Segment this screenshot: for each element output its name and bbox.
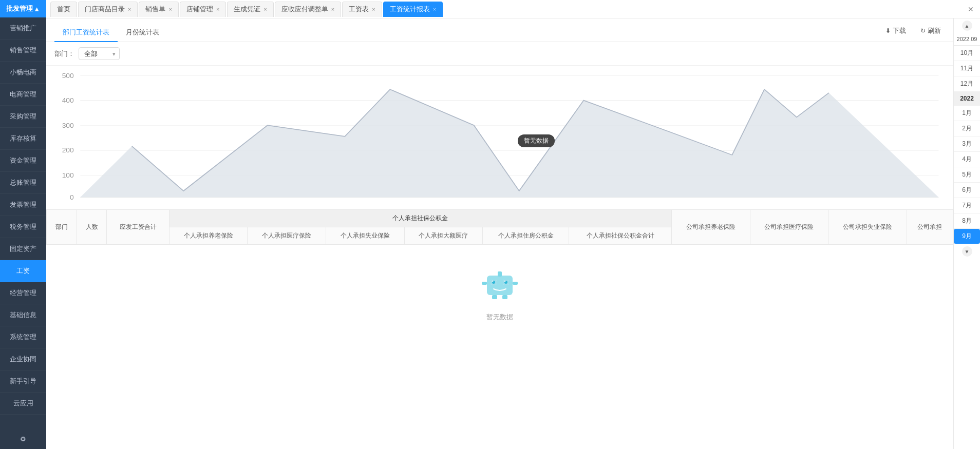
col-total-wage: 应发工资合计 xyxy=(107,210,169,245)
date-item-6月[interactable]: 6月 xyxy=(954,183,980,198)
tab-应收应付调整单[interactable]: 应收应付调整单× xyxy=(275,2,341,17)
tab-label: 应收应付调整单 xyxy=(281,5,328,14)
sidebar-item-小畅电商[interactable]: 小畅电商 xyxy=(0,62,46,84)
date-item-2022[interactable]: 2022 xyxy=(954,92,980,106)
sub-tab-部门工资统计表[interactable]: 部门工资统计表 xyxy=(54,24,118,42)
date-up-button[interactable]: ▲ xyxy=(962,21,972,31)
chart-area: 500 400 300 200 100 0 xyxy=(46,66,953,209)
sidebar-item-电商管理[interactable]: 电商管理 xyxy=(0,84,46,106)
table-area[interactable]: 部门 人数 应发工资合计 个人承担社保公积金 公司承担养老保险 公司承担医疗保险… xyxy=(46,209,953,449)
sidebar-item-工资[interactable]: 工资 xyxy=(0,260,46,282)
sidebar-item-销售管理[interactable]: 销售管理 xyxy=(0,40,46,62)
tab-label: 门店商品目录 xyxy=(85,5,125,14)
sidebar-item-营销推广[interactable]: 营销推广 xyxy=(0,17,46,40)
empty-state: 暂无数据 xyxy=(46,245,953,342)
download-button[interactable]: ⬇ 下载 xyxy=(881,24,910,37)
tab-店铺管理[interactable]: 店铺管理× xyxy=(180,2,226,17)
sidebar-item-基础信息[interactable]: 基础信息 xyxy=(0,304,46,326)
svg-text:200: 200 xyxy=(62,147,74,154)
tab-首页[interactable]: 首页 xyxy=(50,2,77,17)
tab-close-icon[interactable]: × xyxy=(331,6,334,12)
date-item-12月[interactable]: 12月 xyxy=(954,76,980,92)
tab-label: 工资表 xyxy=(349,5,369,14)
svg-text:400: 400 xyxy=(62,97,74,104)
date-down-button[interactable]: ▼ xyxy=(962,246,972,257)
tab-生成凭证[interactable]: 生成凭证× xyxy=(227,2,273,17)
col-personal-total: 个人承担社保公积金合计 xyxy=(569,227,672,245)
tab-label: 店铺管理 xyxy=(186,5,213,14)
col-company-other: 公司承担 xyxy=(907,210,953,245)
sub-tab-月份统计表[interactable]: 月份统计表 xyxy=(118,24,167,42)
sidebar-item-资金管理[interactable]: 资金管理 xyxy=(0,150,46,172)
main-area: 首页门店商品目录×销售单×店铺管理×生成凭证×应收应付调整单×工资表×工资统计报… xyxy=(46,0,980,449)
sidebar-item-库存核算[interactable]: 库存核算 xyxy=(0,128,46,150)
chart-no-data-tooltip: 暂无数据 xyxy=(518,134,555,147)
date-panel-header: 2022.09 xyxy=(954,33,980,46)
col-company-unemployment: 公司承担失业保险 xyxy=(828,210,907,245)
svg-text:300: 300 xyxy=(62,122,74,129)
sidebar-item-发票管理[interactable]: 发票管理 xyxy=(0,194,46,216)
sidebar-item-企业协同[interactable]: 企业协同 xyxy=(0,348,46,370)
sidebar-item-经营管理[interactable]: 经营管理 xyxy=(0,282,46,304)
gear-icon: ⚙ xyxy=(20,435,26,443)
sidebar-item-采购管理[interactable]: 采购管理 xyxy=(0,106,46,128)
sidebar-item-税务管理[interactable]: 税务管理 xyxy=(0,216,46,238)
sidebar-item-云应用[interactable]: 云应用 xyxy=(0,393,46,415)
col-personal-medical: 个人承担医疗保险 xyxy=(248,227,326,245)
tab-销售单[interactable]: 销售单× xyxy=(139,2,178,17)
svg-rect-23 xyxy=(492,295,497,299)
date-item-9月[interactable]: 9月 xyxy=(954,229,980,244)
sidebar-item-总账管理[interactable]: 总账管理 xyxy=(0,172,46,194)
dept-select[interactable]: 全部 xyxy=(79,47,120,60)
tab-工资表[interactable]: 工资表× xyxy=(342,2,382,17)
svg-rect-13 xyxy=(487,276,513,295)
sidebar-item-固定资产[interactable]: 固定资产 xyxy=(0,238,46,260)
dept-label: 部门： xyxy=(54,49,74,58)
sidebar-item-新手引导[interactable]: 新手引导 xyxy=(0,370,46,393)
svg-rect-22 xyxy=(513,282,518,285)
date-panel-current: 2022.09 xyxy=(957,36,977,42)
chart-svg: 500 400 300 200 100 0 xyxy=(54,71,945,204)
page-content: 部门工资统计表月份统计表 ⬇ 下载 ↻ 刷新 部门： xyxy=(46,18,953,449)
sidebar-title: 批发管理 xyxy=(6,4,33,13)
sidebar-header[interactable]: 批发管理 ▲ xyxy=(0,0,46,17)
tab-close-icon[interactable]: × xyxy=(128,6,131,12)
sidebar-item-系统管理[interactable]: 系统管理 xyxy=(0,326,46,348)
refresh-button[interactable]: ↻ 刷新 xyxy=(916,24,945,37)
sidebar-arrow: ▲ xyxy=(33,5,40,13)
tab-close-icon[interactable]: × xyxy=(263,6,267,12)
col-company-medical: 公司承担医疗保险 xyxy=(750,210,828,245)
tab-close-icon[interactable]: × xyxy=(168,6,172,12)
col-personal-housing-fund: 个人承担住房公积金 xyxy=(483,227,569,245)
tab-close-icon[interactable]: × xyxy=(372,6,375,12)
date-item-4月[interactable]: 4月 xyxy=(954,152,980,167)
date-item-3月[interactable]: 3月 xyxy=(954,136,980,152)
tab-门店商品目录[interactable]: 门店商品目录× xyxy=(78,2,138,17)
date-item-8月[interactable]: 8月 xyxy=(954,213,980,229)
date-item-1月[interactable]: 1月 xyxy=(954,106,980,121)
date-item-11月[interactable]: 11月 xyxy=(954,61,980,76)
svg-rect-24 xyxy=(502,295,507,299)
sub-tabs: 部门工资统计表月份统计表 ⬇ 下载 ↻ 刷新 xyxy=(46,18,953,42)
svg-point-25 xyxy=(492,281,494,282)
sidebar-settings[interactable]: ⚙ xyxy=(0,429,46,449)
close-all-button[interactable]: ✕ xyxy=(966,4,976,14)
col-group-personal: 个人承担社保公积金 xyxy=(169,210,671,227)
tab-label: 生成凭证 xyxy=(234,5,260,14)
date-item-2月[interactable]: 2月 xyxy=(954,121,980,136)
tabs-bar: 首页门店商品目录×销售单×店铺管理×生成凭证×应收应付调整单×工资表×工资统计报… xyxy=(46,0,980,18)
date-item-5月[interactable]: 5月 xyxy=(954,167,980,183)
tab-close-icon[interactable]: × xyxy=(433,6,436,12)
tab-工资统计报表[interactable]: 工资统计报表× xyxy=(383,2,443,17)
date-item-7月[interactable]: 7月 xyxy=(954,198,980,213)
col-dept: 部门 xyxy=(47,210,77,245)
date-item-10月[interactable]: 10月 xyxy=(954,46,980,61)
col-personal-pension: 个人承担养老保险 xyxy=(169,227,248,245)
tab-close-icon[interactable]: × xyxy=(216,6,219,12)
svg-point-26 xyxy=(504,281,506,282)
data-table: 部门 人数 应发工资合计 个人承担社保公积金 公司承担养老保险 公司承担医疗保险… xyxy=(46,209,953,245)
tab-label: 销售单 xyxy=(145,5,165,14)
svg-text:100: 100 xyxy=(62,172,74,179)
sidebar: 批发管理 ▲ 营销推广销售管理小畅电商电商管理采购管理库存核算资金管理总账管理发… xyxy=(0,0,46,449)
dept-select-wrapper[interactable]: 全部 xyxy=(79,47,120,60)
